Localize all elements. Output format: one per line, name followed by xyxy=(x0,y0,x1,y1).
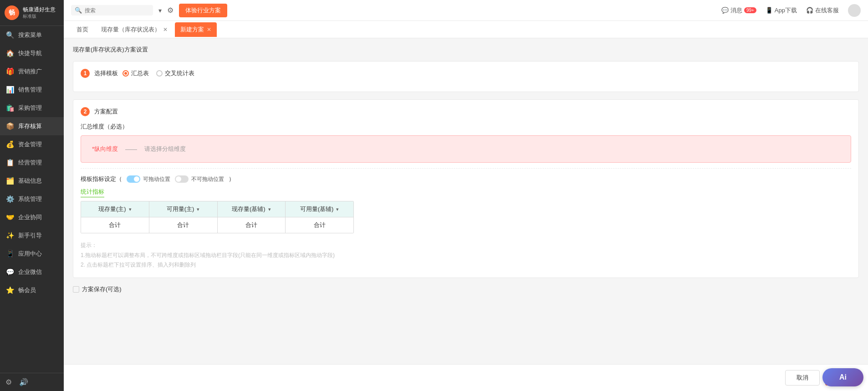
clipboard-icon: 📋 xyxy=(5,158,15,167)
online-service-item[interactable]: 🎧 在线客服 xyxy=(806,6,839,15)
messages-item[interactable]: 💬 消息 99+ xyxy=(721,6,756,15)
template-radio-group: 汇总表 交叉统计表 xyxy=(123,69,194,77)
tab-inventory-label: 现存量（库存状况表） xyxy=(101,26,160,34)
sidebar-item-inventory[interactable]: 📦 库存核算 xyxy=(0,117,64,135)
tab-new-plan[interactable]: 新建方案 ✕ xyxy=(175,22,217,37)
stats-col-0[interactable]: 现存量(主) ▾ xyxy=(81,201,149,217)
search-icon: 🔍 xyxy=(75,7,82,14)
topbar-dropdown-icon[interactable]: ▾ xyxy=(158,7,162,14)
topbar-gear-icon[interactable]: ⚙ xyxy=(167,6,174,15)
volume-icon[interactable]: 🔊 xyxy=(19,378,28,386)
stats-col-2[interactable]: 现存量(基辅) ▾ xyxy=(218,201,286,217)
sidebar-item-operations-label: 经营管理 xyxy=(18,159,42,167)
sidebar-item-sales[interactable]: 📊 销售管理 xyxy=(0,81,64,99)
app-edition: 标准版 xyxy=(23,13,56,20)
radio-cross[interactable]: 交叉统计表 xyxy=(156,69,194,77)
money-icon: 💰 xyxy=(5,140,15,149)
main-area: 🔍 ▾ ⚙ 体验行业方案 💬 消息 99+ 📱 App下载 🎧 在线客服 xyxy=(64,0,868,391)
radio-summary-dot xyxy=(123,70,129,77)
stats-cell-0-3: 合计 xyxy=(286,217,353,233)
stats-col-2-chevron[interactable]: ▾ xyxy=(268,206,271,212)
trial-button[interactable]: 体验行业方案 xyxy=(179,4,227,17)
ai-float-button[interactable]: Ai xyxy=(822,368,863,386)
step1-badge: 1 xyxy=(81,69,90,78)
indicator-setting: 模板指标设定（ 可拖动位置 不可拖动位置 ） xyxy=(81,175,851,183)
sidebar-item-shortcuts[interactable]: 🏠 快捷导航 xyxy=(0,44,64,62)
stats-col-1-chevron[interactable]: ▾ xyxy=(197,206,199,212)
mobile-icon: 📱 xyxy=(5,249,15,258)
stats-col-0-chevron[interactable]: ▾ xyxy=(129,206,132,212)
sidebar-item-system[interactable]: ⚙️ 系统管理 xyxy=(0,190,64,208)
draggable-toggle[interactable]: 可拖动位置 xyxy=(127,175,170,183)
dimension-label: 汇总维度（必选） xyxy=(81,123,851,131)
stats-col-3[interactable]: 可用量(基辅) ▾ xyxy=(286,201,353,217)
sidebar-item-cooperation[interactable]: 🤝 企业协同 xyxy=(0,208,64,226)
draggable-label: 可拖动位置 xyxy=(143,175,170,183)
dimension-dash: —— xyxy=(125,146,137,153)
tab-home[interactable]: 首页 xyxy=(71,22,94,37)
save-checkbox[interactable] xyxy=(73,286,79,293)
sidebar-item-marketing[interactable]: 🎁 营销推广 xyxy=(0,62,64,81)
non-draggable-label: 不可拖动位置 xyxy=(191,175,224,183)
save-option: 方案保存(可选) xyxy=(73,285,859,293)
sidebar-item-wechat[interactable]: 💬 企业微信 xyxy=(0,263,64,281)
online-service-label: 在线客服 xyxy=(815,6,839,15)
stats-col-3-chevron[interactable]: ▾ xyxy=(336,206,339,212)
stats-table: 现存量(主) ▾ 可用量(主) ▾ 现存量(基辅) ▾ 可用量(基辅) xyxy=(81,201,354,233)
tab-inventory-close-icon[interactable]: ✕ xyxy=(163,26,168,33)
stats-col-1[interactable]: 可用量(主) ▾ xyxy=(149,201,218,217)
app-download-item[interactable]: 📱 App下载 xyxy=(766,6,797,15)
app-name-container: 畅康通好生意 标准版 xyxy=(23,6,56,20)
sidebar-item-finance[interactable]: 💰 资金管理 xyxy=(0,135,64,154)
tab-home-label: 首页 xyxy=(77,26,88,34)
dimension-placeholder: 请选择分组维度 xyxy=(144,145,186,153)
sidebar-item-inventory-label: 库存核算 xyxy=(18,122,42,130)
sidebar-item-apps-label: 应用中心 xyxy=(18,250,42,258)
dimension-area[interactable]: *纵向维度 —— 请选择分组维度 xyxy=(81,135,851,163)
sidebar-item-purchase[interactable]: 🛍️ 采购管理 xyxy=(0,99,64,117)
stats-col-3-label: 可用量(基辅) xyxy=(300,205,334,213)
page-title: 现存量(库存状况表)方案设置 xyxy=(73,46,859,54)
sidebar-item-member[interactable]: ⭐ 畅会员 xyxy=(0,281,64,299)
sidebar-item-newbie-label: 新手引导 xyxy=(18,232,42,240)
section-choose-template: 1 选择模板 汇总表 交叉统计表 xyxy=(73,61,859,92)
sparkle-icon: ✨ xyxy=(5,231,15,240)
stats-table-header: 现存量(主) ▾ 可用量(主) ▾ 现存量(基辅) ▾ 可用量(基辅) xyxy=(81,201,353,217)
footer: 取消 查询 xyxy=(64,364,868,391)
sidebar-logo: 畅 畅康通好生意 标准版 xyxy=(0,0,64,26)
messages-badge: 99+ xyxy=(744,7,756,13)
sidebar-item-wechat-label: 企业微信 xyxy=(18,268,42,276)
search-box[interactable]: 🔍 xyxy=(71,5,153,15)
step2-header: 2 方案配置 xyxy=(81,107,851,116)
sidebar-item-operations[interactable]: 📋 经营管理 xyxy=(0,154,64,172)
ai-float-label: Ai xyxy=(839,373,847,381)
section-divider xyxy=(81,168,851,169)
sidebar-item-system-label: 系统管理 xyxy=(18,195,42,203)
messages-label: 消息 xyxy=(730,6,742,15)
radio-summary[interactable]: 汇总表 xyxy=(123,69,149,77)
stats-cell-0-1: 合计 xyxy=(149,217,218,233)
step2-title: 方案配置 xyxy=(94,108,118,116)
box-icon: 📦 xyxy=(5,122,15,131)
stats-title: 统计指标 xyxy=(81,188,104,197)
search-input[interactable] xyxy=(85,7,149,14)
message-icon: 💬 xyxy=(721,7,729,14)
settings-icon[interactable]: ⚙ xyxy=(5,378,12,386)
sidebar: 畅 畅康通好生意 标准版 🔍 搜索菜单 🏠 快捷导航 🎁 营销推广 📊 销售管理… xyxy=(0,0,64,391)
sidebar-item-newbie[interactable]: ✨ 新手引导 xyxy=(0,226,64,245)
chart-icon: 📊 xyxy=(5,85,15,94)
sidebar-item-search[interactable]: 🔍 搜索菜单 xyxy=(0,26,64,44)
tab-inventory-status[interactable]: 现存量（库存状况表） ✕ xyxy=(96,22,173,37)
sidebar-item-basic[interactable]: 🗂️ 基础信息 xyxy=(0,172,64,190)
folder-icon: 🗂️ xyxy=(5,176,15,185)
tab-new-plan-close-icon[interactable]: ✕ xyxy=(207,26,211,33)
stats-section: 统计指标 现存量(主) ▾ 可用量(主) ▾ 现存量(基辅) xyxy=(81,188,851,233)
dimension-required-mark: *纵向维度 xyxy=(92,145,118,153)
app-logo-icon: 畅 xyxy=(5,5,19,20)
cancel-button[interactable]: 取消 xyxy=(785,370,820,386)
user-avatar[interactable] xyxy=(848,4,861,17)
sidebar-item-apps[interactable]: 📱 应用中心 xyxy=(0,245,64,263)
sidebar-item-finance-label: 资金管理 xyxy=(18,140,42,149)
headset-icon: 🎧 xyxy=(806,7,813,14)
phone-icon: 📱 xyxy=(766,7,773,14)
